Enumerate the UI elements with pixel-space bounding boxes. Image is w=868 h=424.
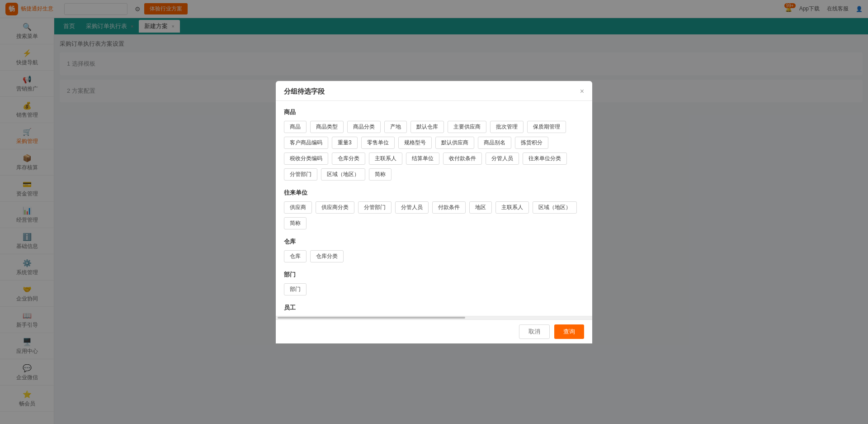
field-tag[interactable]: 付款条件: [432, 201, 466, 214]
field-tag[interactable]: 仓库分类: [332, 152, 365, 165]
field-tag[interactable]: 客户商品编码: [284, 137, 328, 149]
section-warehouse-title: 仓库: [284, 238, 584, 246]
field-tag[interactable]: 规格型号: [398, 137, 432, 149]
field-tag[interactable]: 重量3: [332, 137, 358, 149]
field-tag[interactable]: 商品分类: [347, 121, 381, 133]
confirm-button[interactable]: 查询: [554, 324, 584, 339]
field-tag[interactable]: 批次管理: [490, 121, 524, 133]
field-tag[interactable]: 默认供应商: [435, 137, 474, 149]
field-tag[interactable]: 零售单位: [361, 137, 395, 149]
section-department: 部门 部门: [284, 271, 584, 295]
modal-title: 分组待选字段: [284, 87, 325, 96]
section-department-title: 部门: [284, 271, 584, 279]
field-tag[interactable]: 简称: [284, 217, 307, 229]
section-product-tags: 商品 商品类型 商品分类 产地 默认仓库 主要供应商 批次管理 保质期管理 客户…: [284, 121, 584, 181]
field-tag[interactable]: 收付款条件: [443, 152, 482, 165]
field-tag[interactable]: 主联系人: [495, 201, 529, 214]
field-tag[interactable]: 简称: [369, 168, 392, 181]
field-tag[interactable]: 仓库: [284, 250, 307, 262]
modal-footer: 取消 查询: [276, 319, 592, 343]
modal-close-button[interactable]: ×: [580, 87, 584, 95]
field-tag[interactable]: 保质期管理: [527, 121, 566, 133]
field-tag[interactable]: 区域（地区）: [321, 168, 365, 181]
field-tag[interactable]: 主要供应商: [448, 121, 486, 133]
cancel-button[interactable]: 取消: [519, 324, 550, 339]
section-warehouse: 仓库 仓库 仓库分类: [284, 238, 584, 262]
section-department-tags: 部门: [284, 283, 584, 295]
field-tag[interactable]: 供应商分类: [316, 201, 354, 214]
modal-body: 商品 商品 商品类型 商品分类 产地 默认仓库 主要供应商 批次管理 保质期管理…: [276, 101, 592, 316]
field-tag[interactable]: 商品: [284, 121, 307, 133]
section-counterpart: 往来单位 供应商 供应商分类 分管部门 分管人员 付款条件 地区 主联系人 区域…: [284, 189, 584, 229]
field-tag[interactable]: 供应商: [284, 201, 312, 214]
section-counterpart-tags: 供应商 供应商分类 分管部门 分管人员 付款条件 地区 主联系人 区域（地区） …: [284, 201, 584, 229]
modal-overlay: 分组待选字段 × 商品 商品 商品类型 商品分类 产地 默认仓库 主要供应商 批…: [0, 0, 868, 424]
section-counterpart-title: 往来单位: [284, 189, 584, 197]
field-tag[interactable]: 默认仓库: [410, 121, 444, 133]
section-employee: 员工 业务员: [284, 304, 584, 316]
field-tag[interactable]: 商品别名: [478, 137, 511, 149]
field-tag[interactable]: 分管人员: [395, 201, 429, 214]
field-tag[interactable]: 结算单位: [406, 152, 439, 165]
modal-header: 分组待选字段 ×: [276, 81, 592, 101]
field-tag[interactable]: 主联系人: [369, 152, 402, 165]
section-product: 商品 商品 商品类型 商品分类 产地 默认仓库 主要供应商 批次管理 保质期管理…: [284, 108, 584, 181]
field-select-modal: 分组待选字段 × 商品 商品 商品类型 商品分类 产地 默认仓库 主要供应商 批…: [276, 81, 592, 343]
field-tag[interactable]: 税收分类编码: [284, 152, 328, 165]
field-tag[interactable]: 往来单位分类: [523, 152, 567, 165]
field-tag[interactable]: 分管部门: [358, 201, 392, 214]
modal-horizontal-scrollbar[interactable]: [276, 316, 592, 319]
field-tag[interactable]: 产地: [384, 121, 407, 133]
section-warehouse-tags: 仓库 仓库分类: [284, 250, 584, 262]
field-tag[interactable]: 商品类型: [310, 121, 344, 133]
field-tag[interactable]: 仓库分类: [310, 250, 344, 262]
section-employee-title: 员工: [284, 304, 584, 312]
field-tag[interactable]: 部门: [284, 283, 307, 295]
field-tag[interactable]: 拣货积分: [515, 137, 548, 149]
field-tag[interactable]: 地区: [469, 201, 492, 214]
field-tag[interactable]: 分管人员: [486, 152, 519, 165]
field-tag[interactable]: 分管部门: [284, 168, 317, 181]
section-product-title: 商品: [284, 108, 584, 116]
field-tag[interactable]: 区域（地区）: [533, 201, 577, 214]
